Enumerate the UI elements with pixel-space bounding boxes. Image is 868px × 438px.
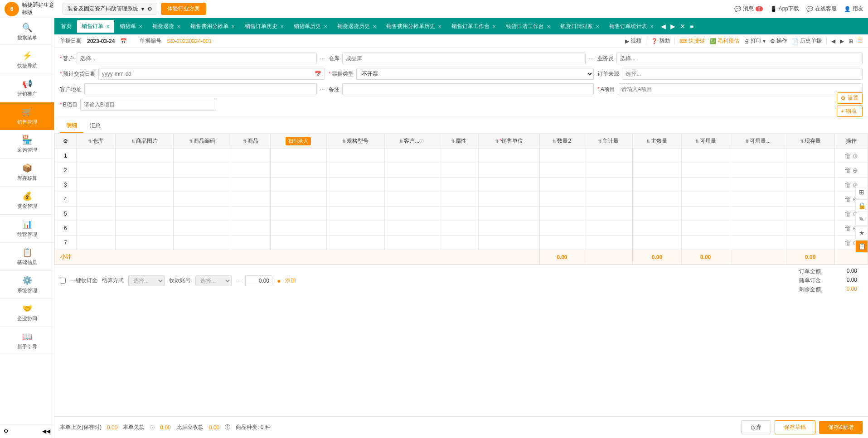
cell-7-3[interactable]: [173, 236, 231, 250]
messages-btn[interactable]: 💬 消息 9: [734, 5, 763, 13]
th-settings[interactable]: ⚙: [55, 134, 77, 149]
cell-6-13[interactable]: [681, 221, 730, 236]
cell-6-3[interactable]: [173, 221, 231, 236]
tab-close-expense-history[interactable]: ✕: [438, 24, 441, 29]
cell-5-11[interactable]: [584, 207, 633, 221]
cell-4-9[interactable]: [478, 192, 539, 207]
cell-3-12[interactable]: [633, 178, 681, 192]
cell-2-4[interactable]: [231, 163, 271, 178]
tab-summary[interactable]: 汇总: [83, 119, 107, 133]
ops-btn[interactable]: ⚙ 操作: [770, 37, 787, 45]
history-btn[interactable]: 📄 历史单据: [792, 37, 822, 45]
tab-close-invoice-history[interactable]: ✕: [324, 24, 327, 29]
cell-2-2[interactable]: [116, 163, 173, 178]
cell-7-1[interactable]: [76, 236, 116, 250]
b-project-input[interactable]: [80, 99, 216, 111]
cell-2-10[interactable]: [540, 163, 584, 178]
cell-3-1[interactable]: [76, 178, 116, 192]
cell-2-5[interactable]: [270, 163, 326, 178]
discard-btn[interactable]: 放弃: [741, 420, 771, 434]
cell-3-5[interactable]: [270, 178, 326, 192]
cell-2-8[interactable]: [439, 163, 479, 178]
cell-1-14[interactable]: [730, 149, 786, 163]
salesman-input[interactable]: [616, 53, 863, 64]
cell-1-5[interactable]: [270, 149, 326, 163]
cell-1-10[interactable]: [540, 149, 584, 163]
account-select[interactable]: 选择...: [195, 275, 232, 286]
tab-close-order-workbench[interactable]: ✕: [492, 24, 496, 29]
cell-7-2[interactable]: [116, 236, 173, 250]
tab-home[interactable]: 首页: [56, 20, 76, 33]
save-draft-btn[interactable]: 保存草稿: [775, 420, 815, 434]
cell-2-9[interactable]: [478, 163, 539, 178]
tab-close-cash-reconcile[interactable]: ✕: [596, 24, 599, 29]
cell-6-9[interactable]: [478, 221, 539, 236]
cell-6-6[interactable]: [327, 221, 384, 236]
cell-5-4[interactable]: [231, 207, 271, 221]
cell-4-15[interactable]: [786, 192, 834, 207]
cell-6-15[interactable]: [786, 221, 834, 236]
delete-row-icon-6[interactable]: 🗑: [844, 225, 851, 232]
right-tool-star[interactable]: ★: [855, 226, 868, 239]
nav-next-btn[interactable]: ▶: [840, 38, 844, 44]
cell-3-11[interactable]: [584, 178, 633, 192]
cell-5-12[interactable]: [633, 207, 681, 221]
cell-3-6[interactable]: [327, 178, 384, 192]
cell-3-3[interactable]: [173, 178, 231, 192]
a-project-input[interactable]: [618, 83, 863, 95]
tab-return[interactable]: 销货退货 ✕: [148, 20, 185, 33]
tab-close-order-history[interactable]: ✕: [280, 24, 284, 29]
cell-5-9[interactable]: [478, 207, 539, 221]
tab-expense[interactable]: 销售费用分摊单 ✕: [186, 20, 239, 33]
cell-6-12[interactable]: [633, 221, 681, 236]
cell-2-11[interactable]: [584, 163, 633, 178]
app-download-btn[interactable]: 📱 App下载: [770, 5, 799, 13]
cell-4-11[interactable]: [584, 192, 633, 207]
system-title[interactable]: 装备及固定资产辅助管理系统 ▼ ⚙: [63, 3, 157, 15]
online-service-btn[interactable]: 💬 在线客服: [806, 5, 837, 13]
tab-detail[interactable]: 明细: [60, 119, 83, 133]
cell-3-15[interactable]: [786, 178, 834, 192]
sidebar-item-guide[interactable]: 📖 新手引导: [0, 327, 54, 355]
cell-1-11[interactable]: [584, 149, 633, 163]
cell-7-7[interactable]: [384, 236, 439, 250]
address-more-btn[interactable]: ···: [320, 86, 325, 93]
cell-7-4[interactable]: [231, 236, 271, 250]
sidebar-item-finance[interactable]: 💰 资金管理: [0, 187, 54, 215]
cell-3-4[interactable]: [231, 178, 271, 192]
print-btn[interactable]: 🖨 打印 ▾: [744, 37, 766, 45]
cell-3-8[interactable]: [439, 178, 479, 192]
sidebar-item-purchase[interactable]: 🏪 采购管理: [0, 130, 54, 159]
cell-4-8[interactable]: [439, 192, 479, 207]
video-btn[interactable]: ▶ 视频: [625, 37, 641, 45]
tab-order-history[interactable]: 销售订单历史 ✕: [240, 20, 288, 33]
cell-4-5[interactable]: [270, 192, 326, 207]
tab-close-return[interactable]: ✕: [177, 24, 180, 29]
sidebar-item-operations[interactable]: 📊 经营管理: [0, 215, 54, 243]
tab-close-return-history[interactable]: ✕: [373, 24, 376, 29]
cell-7-10[interactable]: [540, 236, 584, 250]
delete-row-icon-5[interactable]: 🗑: [844, 210, 851, 217]
tab-close-stats[interactable]: ✕: [650, 24, 654, 29]
cell-1-1[interactable]: [76, 149, 116, 163]
cell-5-6[interactable]: [327, 207, 384, 221]
tab-stats[interactable]: 销售订单统计表 ✕: [605, 20, 658, 33]
tab-next-btn[interactable]: ▶: [669, 22, 677, 31]
copy-row-icon-1[interactable]: ⊕: [853, 152, 858, 159]
cell-6-1[interactable]: [76, 221, 116, 236]
profit-btn[interactable]: 💹 毛利预估: [709, 37, 739, 45]
sidebar-item-system[interactable]: ⚙️ 系统管理: [0, 271, 54, 299]
cell-5-3[interactable]: [173, 207, 231, 221]
cell-2-3[interactable]: [173, 163, 231, 178]
sidebar-collapse-icon[interactable]: ◀◀: [42, 428, 50, 434]
grid-view-icon[interactable]: ⊞: [849, 38, 853, 44]
sidebar-item-collab[interactable]: 🤝 企业协同: [0, 299, 54, 327]
tab-return-history[interactable]: 销货退货历史 ✕: [333, 20, 381, 33]
method-select[interactable]: 选择...: [128, 275, 165, 286]
cell-6-8[interactable]: [439, 221, 479, 236]
cell-5-15[interactable]: [786, 207, 834, 221]
right-tool-edit[interactable]: ✎: [855, 213, 868, 226]
cell-6-10[interactable]: [540, 221, 584, 236]
delivery-calendar-icon[interactable]: 📅: [315, 71, 321, 77]
cell-4-13[interactable]: [681, 192, 730, 207]
